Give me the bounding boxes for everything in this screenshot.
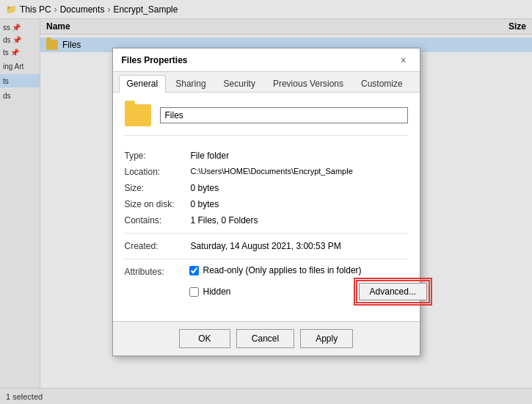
prop-label-location: Location:: [125, 164, 191, 180]
prop-label-contains: Contains:: [125, 212, 191, 228]
readonly-row: Read-only (Only applies to files in fold…: [189, 265, 430, 275]
prop-row-size: Size: 0 bytes: [125, 180, 408, 196]
divider-2: [125, 259, 408, 259]
properties-table: Type: File folder Location: C:\Users\HOM…: [125, 148, 408, 228]
readonly-checkbox[interactable]: [189, 266, 199, 275]
hidden-label: Hidden: [203, 286, 231, 297]
tab-customize[interactable]: Customize: [353, 75, 411, 92]
prop-row-type: Type: File folder: [125, 148, 408, 164]
tabs-bar: General Sharing Security Previous Versio…: [113, 72, 420, 93]
prop-row-created: Created: Saturday, 14 August 2021, 3:00:…: [125, 238, 408, 254]
dialog-body: Type: File folder Location: C:\Users\HOM…: [113, 93, 420, 321]
hidden-row: Hidden: [189, 286, 231, 297]
hidden-checkbox[interactable]: [189, 287, 199, 297]
prop-value-contains: 1 Files, 0 Folders: [191, 212, 408, 228]
prop-row-size-disk: Size on disk: 0 bytes: [125, 196, 408, 212]
dialog-close-button[interactable]: ×: [396, 53, 411, 68]
prop-value-location: C:\Users\HOME\Documents\Encrypt_Sample: [191, 164, 408, 180]
divider-1: [125, 233, 408, 234]
tab-previous-versions[interactable]: Previous Versions: [265, 75, 351, 92]
apply-button[interactable]: Apply: [300, 329, 353, 348]
big-folder-icon: [125, 104, 151, 126]
hidden-advanced-row: Hidden Advanced...: [189, 280, 430, 303]
ok-button[interactable]: OK: [179, 329, 230, 348]
prop-row-location: Location: C:\Users\HOME\Documents\Encryp…: [125, 164, 408, 180]
file-header: [125, 104, 408, 136]
attributes-label: Attributes:: [125, 265, 183, 277]
dialog-titlebar: Files Properties ×: [113, 48, 420, 72]
prop-label-type: Type:: [125, 148, 191, 164]
readonly-label: Read-only (Only applies to files in fold…: [203, 265, 362, 275]
prop-value-size-disk: 0 bytes: [191, 196, 408, 212]
file-name-input[interactable]: [160, 107, 408, 123]
tab-sharing[interactable]: Sharing: [167, 75, 214, 92]
dialog-title: Files Properties: [122, 55, 188, 65]
tab-general[interactable]: General: [119, 75, 167, 93]
prop-row-contains: Contains: 1 Files, 0 Folders: [125, 212, 408, 228]
attributes-row: Attributes: Read-only (Only applies to f…: [125, 265, 408, 303]
tab-security[interactable]: Security: [216, 75, 263, 92]
attributes-checkboxes: Read-only (Only applies to files in fold…: [189, 265, 430, 303]
dialog-footer: OK Cancel Apply: [113, 321, 420, 356]
prop-value-type: File folder: [191, 148, 408, 164]
prop-label-created: Created:: [125, 238, 191, 254]
files-properties-dialog: Files Properties × General Sharing Secur…: [112, 48, 420, 356]
attributes-section: Attributes: Read-only (Only applies to f…: [125, 265, 408, 303]
prop-label-size: Size:: [125, 180, 191, 196]
advanced-button[interactable]: Advanced...: [359, 283, 427, 300]
prop-value-size: 0 bytes: [191, 180, 408, 196]
advanced-btn-highlight: Advanced...: [356, 280, 430, 303]
dialog-overlay: Files Properties × General Sharing Secur…: [0, 0, 532, 404]
cancel-button[interactable]: Cancel: [236, 329, 294, 348]
created-table: Created: Saturday, 14 August 2021, 3:00:…: [125, 238, 408, 254]
prop-value-created: Saturday, 14 August 2021, 3:00:53 PM: [191, 238, 408, 254]
prop-label-size-disk: Size on disk:: [125, 196, 191, 212]
